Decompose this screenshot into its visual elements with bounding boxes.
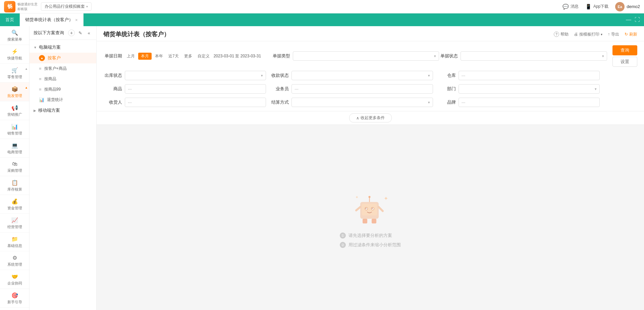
nav-item-marketing[interactable]: 📢 营销推广	[0, 101, 29, 120]
search-icon: 🔍	[11, 30, 18, 36]
query-settings-panel: 查询 设置	[612, 45, 637, 67]
print-dropdown-arrow: ▾	[601, 33, 602, 36]
logo: 畅 畅捷通好生意 标账版	[4, 1, 38, 12]
brand-input[interactable]: ···	[459, 98, 600, 107]
tab-close-icon[interactable]: ×	[75, 17, 78, 22]
nav-item-quick[interactable]: ⚡ 快捷导航	[0, 45, 29, 64]
nav-item-retail[interactable]: 🛒 零售管理 ▲	[0, 64, 29, 83]
scheme-collapse-button[interactable]: «	[86, 30, 92, 36]
doc-status-input[interactable]: ▾	[461, 51, 607, 61]
settlement-arrow: ▾	[428, 100, 430, 105]
app-download-button[interactable]: 📱 App下载	[585, 4, 608, 10]
doc-type-input[interactable]: ▾	[293, 51, 439, 61]
tab-home[interactable]: 首页	[0, 13, 20, 26]
refresh-button[interactable]: ↻ 刷新	[625, 32, 637, 37]
breadcrumb-selector[interactable]: 办公用品行业模拟账套 ▾	[41, 2, 92, 11]
filter-field-salesperson: 业务员 ···	[270, 84, 433, 94]
maximize-icon[interactable]: ⛶	[635, 17, 640, 23]
user-menu[interactable]: Ea demo2	[615, 2, 640, 11]
nav-sales-label: 销售管理	[7, 131, 22, 136]
svg-rect-12	[363, 219, 367, 223]
settings-button[interactable]: 设置	[612, 57, 637, 67]
brand-dots: ···	[462, 100, 466, 105]
date-btn-this-month[interactable]: 本月	[138, 53, 152, 60]
scheme-item-by-goods[interactable]: ≡ 按商品	[30, 74, 96, 84]
print-icon: 🖨	[574, 32, 578, 37]
scheme-item-active-circle: ●	[39, 55, 45, 61]
filter-area: 单据日期 上月 本月 本年 近7天 更多 自定义 2023-03-01 至 20…	[97, 41, 644, 111]
nav-item-wholesale[interactable]: 📦 批发管理 ▲	[0, 83, 29, 101]
goods-input[interactable]: ···	[125, 84, 266, 94]
chevron-down-icon: ▼	[34, 46, 37, 49]
svg-point-9	[369, 196, 371, 198]
query-button[interactable]: 查询	[612, 45, 637, 55]
filter-row-1: 单据日期 上月 本月 本年 近7天 更多 自定义 2023-03-01 至 20…	[103, 45, 637, 67]
department-label: 部门	[437, 86, 456, 92]
scheme-add-button[interactable]: +	[68, 30, 75, 36]
nav-marketing-label: 营销推广	[7, 112, 22, 117]
nav-ecom-label: 电商管理	[7, 150, 22, 155]
scheme-item-by-goods99[interactable]: ≡ 按商品99	[30, 84, 96, 95]
template-print-button[interactable]: 🖨 按模板打印 ▾	[574, 32, 602, 37]
scheme-edit-button[interactable]: ✎	[77, 30, 84, 36]
doc-type-label: 单据类型	[271, 53, 290, 59]
collapse-label: 收起更多条件	[361, 115, 385, 121]
date-btn-this-year[interactable]: 本年	[153, 53, 165, 60]
system-icon: ⚙	[12, 255, 17, 261]
settlement-label: 结算方式	[270, 99, 289, 105]
scheme-item-return-stat[interactable]: 📊 退货统计	[30, 95, 96, 105]
nav-item-inventory[interactable]: 📋 库存核算	[0, 176, 29, 195]
nav-item-newuser[interactable]: 🎯 新手引导	[0, 289, 29, 308]
scheme-item-by-goods-label: 按商品	[44, 76, 56, 82]
tab-sales-stat[interactable]: 销货单统计表（按客户） ×	[20, 13, 84, 26]
nav-item-business[interactable]: 📈 经营管理	[0, 214, 29, 232]
date-btn-last7[interactable]: 近7天	[166, 53, 181, 60]
nav-item-purchase[interactable]: 🛍 采购管理	[0, 158, 29, 176]
msg-button[interactable]: 💬 消息	[562, 4, 579, 10]
nav-item-sales[interactable]: 📊 销售管理	[0, 120, 29, 139]
nav-item-ecom[interactable]: 💻 电商管理	[0, 139, 29, 158]
nav-item-system[interactable]: ⚙ 系统管理	[0, 251, 29, 270]
scheme-item-by-customer[interactable]: ● 按客户	[30, 53, 96, 63]
empty-hints: ① 请先选择要分析的方案 ② 用过滤条件来缩小分析范围	[340, 232, 401, 248]
svg-point-7	[372, 208, 373, 209]
tab-sales-stat-label: 销货单统计表（按客户）	[25, 17, 73, 23]
scheme-item-by-customer-goods-label: 按客户+商品	[44, 66, 67, 71]
consignee-input[interactable]: ···	[125, 98, 266, 107]
minimize-icon[interactable]: —	[626, 17, 631, 23]
date-btn-last-month[interactable]: 上月	[125, 53, 137, 60]
newuser-icon: 🎯	[11, 292, 18, 299]
date-btn-more[interactable]: 更多	[182, 53, 194, 60]
department-input[interactable]: ▾	[459, 84, 600, 94]
doc-type-arrow: ▾	[434, 54, 436, 58]
salesperson-input[interactable]: ···	[291, 84, 433, 94]
nav-item-appcenter[interactable]: 🗃 应用中心	[0, 308, 29, 310]
export-icon: ↑	[608, 32, 610, 37]
filter-field-doc-status: 单据状态 ▾	[439, 51, 607, 61]
nav-item-basic[interactable]: 📁 基础信息	[0, 232, 29, 251]
date-btn-custom[interactable]: 自定义	[196, 53, 212, 60]
nav-item-search[interactable]: 🔍 搜索菜单	[0, 26, 29, 45]
scheme-group-desktop-header[interactable]: ▼ 电脑端方案	[30, 42, 96, 53]
scheme-group-mobile-label: 移动端方案	[38, 107, 60, 113]
quick-nav-icon: ⚡	[11, 48, 18, 55]
scheme-group-mobile-header[interactable]: ▶ 移动端方案	[30, 105, 96, 116]
nav-basic-label: 基础信息	[7, 243, 22, 248]
settlement-input[interactable]: ▾	[291, 98, 433, 107]
outbound-status-input[interactable]: ▾	[125, 71, 266, 80]
warehouse-dots: ···	[462, 73, 466, 78]
date-field-label: 单据日期	[103, 53, 122, 59]
nav-item-finance[interactable]: 💰 资金管理	[0, 195, 29, 214]
user-avatar: Ea	[615, 2, 625, 11]
nav-inventory-label: 库存核算	[7, 187, 22, 192]
nav-business-label: 经营管理	[7, 224, 22, 229]
warehouse-input[interactable]: ···	[459, 71, 600, 80]
nav-item-corp[interactable]: 🤝 企业协同	[0, 270, 29, 289]
breadcrumb-arrow: ▾	[86, 5, 88, 8]
export-button[interactable]: ↑ 导出	[608, 32, 619, 37]
help-button[interactable]: ? 帮助	[554, 32, 569, 37]
scheme-item-icon-4: 📊	[39, 97, 44, 102]
payment-status-input[interactable]: ▾	[291, 71, 433, 80]
collapse-button[interactable]: ∧ 收起更多条件	[349, 113, 392, 122]
scheme-item-by-customer-goods[interactable]: ≡ 按客户+商品	[30, 63, 96, 74]
